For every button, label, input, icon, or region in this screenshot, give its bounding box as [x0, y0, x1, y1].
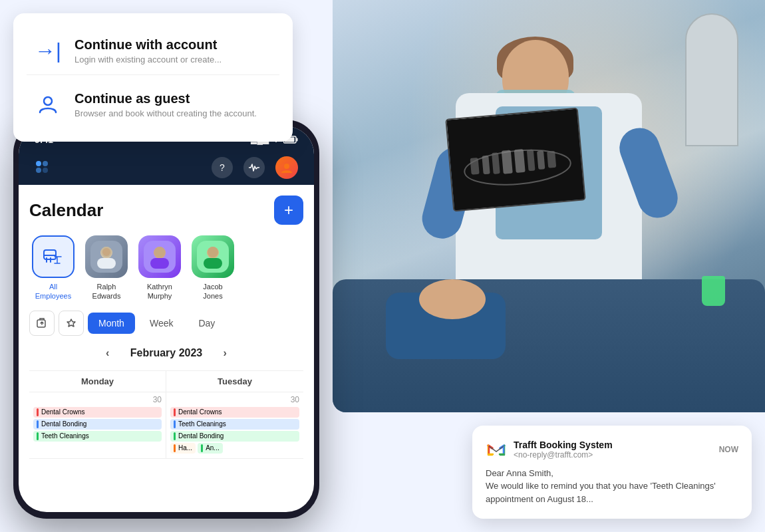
svg-rect-28 [150, 258, 169, 269]
svg-point-18 [284, 164, 289, 169]
app-logo [35, 160, 55, 176]
tuesday-cell[interactable]: 30 Dental Crowns Teeth Cleanings [166, 392, 303, 458]
phone-mockup: 9:41 ▂▄▆ [13, 120, 319, 519]
dental-equipment [685, 13, 738, 146]
event-bar [37, 408, 39, 416]
svg-point-15 [43, 161, 48, 166]
calendar-header: Calendar + [29, 196, 303, 225]
dental-photo-background [333, 0, 765, 412]
svg-rect-33 [37, 320, 45, 327]
sender-email: <no-reply@trafft.com> [514, 450, 613, 460]
sender-name: Trafft Booking System [514, 440, 613, 450]
svg-rect-32 [204, 258, 222, 269]
continue-account-title: Continue with account [75, 37, 222, 53]
login-popup: →| Continue with account Login with exis… [13, 13, 293, 142]
employee-all[interactable]: AllEmployees [29, 235, 77, 301]
view-toggle: Month Week Day [29, 311, 303, 336]
event-dental-bonding-tue[interactable]: Dental Bonding [170, 431, 299, 442]
svg-rect-12 [297, 138, 298, 142]
event-dental-crowns-tue[interactable]: Dental Crowns [170, 407, 299, 418]
svg-point-27 [154, 247, 165, 257]
email-time: NOW [719, 445, 738, 454]
month-tab[interactable]: Month [88, 313, 135, 334]
svg-rect-9 [547, 151, 556, 168]
all-employees-avatar [32, 235, 75, 278]
monday-header: Monday [29, 371, 166, 392]
jacob-label: JacobJones [203, 282, 222, 301]
prev-month-button[interactable]: ‹ [98, 344, 117, 362]
login-icon: →| [32, 35, 64, 66]
svg-point-31 [208, 247, 218, 257]
event-teeth-cleanings-mon[interactable]: Teeth Cleanings [33, 431, 162, 442]
nav-icons: ? [212, 156, 298, 179]
ralph-label: RalphEdwards [92, 282, 121, 301]
continue-guest-title: Continue as guest [75, 91, 257, 106]
patient-figure [333, 279, 765, 412]
employee-kathryn[interactable]: KathrynMurphy [136, 235, 184, 301]
email-header: Trafft Booking System <no-reply@trafft.c… [486, 439, 738, 460]
event-ha-tue[interactable]: Ha... [170, 443, 196, 454]
svg-point-14 [36, 161, 41, 166]
email-body: Dear Anna Smith, We would like to remind… [486, 467, 738, 506]
all-employees-label: AllEmployees [35, 282, 71, 301]
continue-as-guest-option[interactable]: Continue as guest Browser and book witho… [27, 80, 279, 128]
guest-icon [32, 88, 64, 120]
add-appointment-button[interactable]: + [274, 196, 303, 225]
employee-ralph[interactable]: RalphEdwards [82, 235, 130, 301]
employee-jacob[interactable]: JacobJones [189, 235, 237, 301]
star-button[interactable] [59, 311, 84, 336]
svg-point-24 [102, 248, 110, 256]
calendar-days-header: Monday Tuesday [29, 371, 303, 392]
email-sender: Trafft Booking System <no-reply@trafft.c… [486, 439, 613, 460]
phone-body: 9:41 ▂▄▆ [13, 120, 319, 519]
month-navigation: ‹ February 2023 › [29, 344, 303, 362]
calendar-title: Calendar [29, 200, 103, 221]
continue-with-account-option[interactable]: →| Continue with account Login with exis… [27, 27, 279, 75]
phone-screen: 9:41 ▂▄▆ [19, 126, 314, 512]
email-notification-card: Trafft Booking System <no-reply@trafft.c… [472, 426, 752, 519]
tuesday-day-number: 30 [170, 395, 299, 404]
svg-point-16 [36, 168, 41, 173]
kathryn-label: KathrynMurphy [147, 282, 172, 301]
gmail-icon [486, 439, 507, 460]
event-an-tue[interactable]: An... [198, 443, 223, 454]
activity-button[interactable] [243, 157, 265, 178]
jacob-avatar [192, 235, 234, 278]
employees-row: AllEmployees [29, 235, 303, 301]
monday-cell[interactable]: 30 Dental Crowns Dental Bonding [29, 392, 166, 458]
ralph-avatar [85, 235, 128, 278]
share-button[interactable] [29, 311, 55, 336]
calendar-grid: Monday Tuesday 30 Dental Crowns [29, 370, 303, 459]
svg-rect-23 [97, 258, 116, 269]
more-events: Ha... An... [170, 443, 299, 455]
continue-guest-subtitle: Browser and book without creating the ac… [75, 108, 257, 118]
cup [702, 276, 725, 306]
tuesday-header: Tuesday [166, 371, 303, 392]
help-button[interactable]: ? [212, 157, 233, 178]
kathryn-avatar [138, 235, 181, 278]
svg-rect-2 [470, 158, 480, 175]
calendar-week-row: 30 Dental Crowns Dental Bonding [29, 392, 303, 459]
event-dental-bonding-mon[interactable]: Dental Bonding [33, 419, 162, 430]
next-month-button[interactable]: › [216, 344, 234, 362]
week-tab[interactable]: Week [139, 313, 184, 334]
user-avatar[interactable] [275, 156, 298, 179]
day-tab[interactable]: Day [188, 313, 226, 334]
svg-point-17 [43, 168, 48, 173]
continue-account-subtitle: Login with existing account or create... [75, 55, 222, 65]
phone-nav: ? [19, 150, 314, 185]
current-month-label: February 2023 [130, 347, 203, 359]
app-content: Calendar + [19, 185, 314, 512]
email-sender-info: Trafft Booking System <no-reply@trafft.c… [514, 440, 613, 460]
svg-marker-34 [67, 319, 75, 327]
monday-day-number: 30 [33, 395, 162, 404]
svg-point-10 [44, 97, 52, 105]
event-teeth-cleanings-tue[interactable]: Teeth Cleanings [170, 419, 299, 430]
event-dental-crowns-mon[interactable]: Dental Crowns [33, 407, 162, 418]
